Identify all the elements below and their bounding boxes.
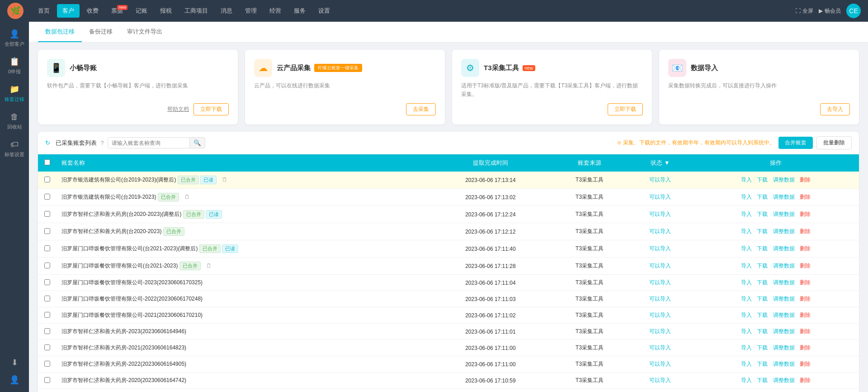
- action-import[interactable]: 导入: [741, 361, 752, 367]
- help-icon[interactable]: ?: [100, 139, 104, 147]
- action-download[interactable]: 下载: [757, 328, 768, 335]
- action-delete[interactable]: 删除: [800, 245, 811, 252]
- row-checkbox[interactable]: [44, 279, 50, 285]
- action-adjust[interactable]: 调整数据: [773, 296, 795, 302]
- merge-account-button[interactable]: 合并账套: [778, 137, 813, 149]
- action-delete[interactable]: 删除: [800, 344, 811, 351]
- scroll-content[interactable]: 📱 小畅导账 软件包产品，需要下载【小畅导账】客户端，进行数据采集 帮助文档 立…: [29, 43, 868, 392]
- nav-invoice[interactable]: 票据 new: [106, 4, 128, 18]
- nav-business[interactable]: 工商项目: [179, 4, 213, 18]
- nav-tax[interactable]: 报税: [155, 4, 177, 18]
- action-download[interactable]: 下载: [757, 296, 768, 302]
- sidebar-item-account-migrate[interactable]: 📁 账套迁移: [0, 81, 29, 106]
- action-download[interactable]: 下载: [757, 377, 768, 383]
- row-checkbox[interactable]: [44, 263, 50, 268]
- row-checkbox[interactable]: [44, 361, 50, 367]
- action-delete[interactable]: 删除: [800, 312, 811, 318]
- sidebar-item-all-customers[interactable]: 👤 全部客户: [0, 25, 29, 51]
- search-input[interactable]: [108, 138, 189, 148]
- row-checkbox[interactable]: [44, 296, 50, 301]
- action-delete[interactable]: 删除: [800, 377, 811, 383]
- action-download[interactable]: 下载: [757, 211, 768, 217]
- action-download[interactable]: 下载: [757, 279, 768, 286]
- nav-message[interactable]: 消息: [215, 4, 238, 18]
- action-delete[interactable]: 删除: [800, 361, 811, 367]
- col-status[interactable]: 状态 ▼: [628, 154, 693, 172]
- action-download[interactable]: 下载: [757, 312, 768, 318]
- sidebar-item-tag-settings[interactable]: 🏷 标签设置: [0, 136, 29, 162]
- action-import[interactable]: 导入: [741, 245, 752, 252]
- tab-backup-migration[interactable]: 备份迁移: [82, 22, 120, 42]
- action-import[interactable]: 导入: [741, 263, 752, 269]
- action-delete[interactable]: 删除: [800, 177, 811, 183]
- action-adjust[interactable]: 调整数据: [773, 177, 795, 183]
- action-delete[interactable]: 删除: [800, 279, 811, 286]
- action-import[interactable]: 导入: [741, 177, 752, 183]
- action-delete[interactable]: 删除: [800, 328, 811, 335]
- fullscreen-button[interactable]: ⛶ 全屏: [795, 7, 813, 15]
- row-checkbox[interactable]: [44, 328, 50, 334]
- nav-bookkeeping[interactable]: 记账: [130, 4, 153, 18]
- sidebar-item-download[interactable]: ⬇: [8, 354, 21, 371]
- row-checkbox[interactable]: [44, 312, 50, 318]
- import-goto-button[interactable]: 去导入: [820, 103, 850, 115]
- action-import[interactable]: 导入: [741, 344, 752, 351]
- nav-customer[interactable]: 客户: [57, 4, 80, 18]
- action-adjust[interactable]: 调整数据: [773, 279, 795, 286]
- action-adjust[interactable]: 调整数据: [773, 328, 795, 335]
- action-adjust[interactable]: 调整数据: [773, 245, 795, 252]
- action-download[interactable]: 下载: [757, 344, 768, 351]
- action-adjust[interactable]: 调整数据: [773, 312, 795, 318]
- action-adjust[interactable]: 调整数据: [773, 361, 795, 367]
- action-import[interactable]: 导入: [741, 328, 752, 335]
- nav-service[interactable]: 服务: [288, 4, 311, 18]
- nav-manage[interactable]: 管理: [240, 4, 262, 18]
- action-download[interactable]: 下载: [757, 245, 768, 252]
- action-adjust[interactable]: 调整数据: [773, 377, 795, 383]
- xiaochang-help-link[interactable]: 帮助文档: [167, 105, 189, 113]
- action-adjust[interactable]: 调整数据: [773, 263, 795, 269]
- nav-operation[interactable]: 经营: [264, 4, 287, 18]
- batch-delete-button[interactable]: 批量删除: [816, 136, 852, 149]
- select-all-checkbox[interactable]: [44, 159, 50, 165]
- member-button[interactable]: ▶ 畅会员: [819, 7, 841, 15]
- action-delete[interactable]: 删除: [800, 296, 811, 302]
- nav-charge[interactable]: 收费: [81, 4, 104, 18]
- nav-home[interactable]: 首页: [33, 4, 55, 18]
- search-button[interactable]: 🔍: [189, 138, 205, 148]
- action-import[interactable]: 导入: [741, 194, 752, 200]
- action-delete[interactable]: 删除: [800, 228, 811, 234]
- action-import[interactable]: 导入: [741, 312, 752, 318]
- cloud-collect-button[interactable]: 去采集: [406, 103, 436, 115]
- sidebar-item-zero-declare[interactable]: 📋 0申报: [0, 53, 29, 79]
- action-download[interactable]: 下载: [757, 177, 768, 183]
- action-import[interactable]: 导入: [741, 377, 752, 383]
- sidebar-item-recycle[interactable]: 🗑 回收站: [0, 108, 29, 134]
- nav-settings[interactable]: 设置: [313, 4, 335, 18]
- xiaochang-download-button[interactable]: 立即下载: [193, 103, 229, 115]
- action-import[interactable]: 导入: [741, 296, 752, 302]
- action-download[interactable]: 下载: [757, 228, 768, 234]
- action-adjust[interactable]: 调整数据: [773, 344, 795, 351]
- action-delete[interactable]: 删除: [800, 194, 811, 200]
- action-adjust[interactable]: 调整数据: [773, 211, 795, 217]
- row-checkbox[interactable]: [44, 245, 50, 251]
- tab-audit-export[interactable]: 审计文件导出: [120, 22, 170, 42]
- action-delete[interactable]: 删除: [800, 211, 811, 217]
- row-checkbox[interactable]: [44, 194, 50, 200]
- user-avatar[interactable]: CE: [846, 4, 861, 18]
- action-adjust[interactable]: 调整数据: [773, 228, 795, 234]
- action-import[interactable]: 导入: [741, 228, 752, 234]
- row-checkbox[interactable]: [44, 377, 50, 383]
- row-checkbox[interactable]: [44, 177, 50, 182]
- action-import[interactable]: 导入: [741, 211, 752, 217]
- action-download[interactable]: 下载: [757, 361, 768, 367]
- row-checkbox[interactable]: [44, 211, 50, 217]
- action-download[interactable]: 下载: [757, 194, 768, 200]
- action-download[interactable]: 下载: [757, 263, 768, 269]
- action-import[interactable]: 导入: [741, 279, 752, 286]
- sidebar-item-profile[interactable]: 👤: [8, 371, 21, 388]
- row-checkbox[interactable]: [44, 344, 50, 350]
- tab-data-migration[interactable]: 数据包迁移: [38, 22, 82, 42]
- t3-download-button[interactable]: 立即下载: [608, 103, 643, 115]
